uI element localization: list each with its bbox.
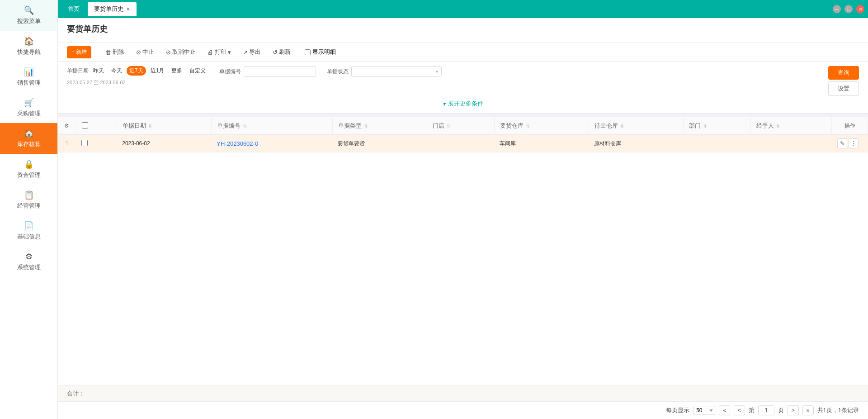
show-detail-checkbox[interactable] [305,49,311,55]
stop-button[interactable]: ⊘ 中止 [132,46,159,58]
sidebar-item-finance-mgmt[interactable]: 🔒 资金管理 [0,154,57,185]
filter-bar: 单据日期 昨天 今天 近7天 近1月 更多 自定义 2023-05-27 至 2… [58,62,868,114]
query-button[interactable]: 查询 [828,66,859,80]
col-store-sort-icon[interactable]: ⇅ [447,124,450,129]
window-controls: ─ □ ✕ [833,5,864,13]
tab-requisition-history[interactable]: 要货单历史 ✕ [88,2,137,16]
row-edit-button[interactable]: ✎ [837,138,847,148]
cell-checkbox[interactable] [76,135,117,152]
page-label: 第 [749,406,755,414]
col-doc-no-label: 单据编号 [217,122,241,129]
export-label: 导出 [249,48,261,56]
summary-label: 合计： [67,390,85,397]
doc-no-input[interactable] [244,66,316,77]
prev-page-button[interactable]: < [734,405,745,415]
page-content: 要货单历史 + 新增 🗑 删除 ⊘ 中止 ⊘ 取消中止 🖨 打印 ▾ [58,18,868,419]
print-button[interactable]: 🖨 打印 ▾ [203,46,236,58]
col-doc-type-sort-icon[interactable]: ⇅ [364,124,368,129]
close-button[interactable]: ✕ [856,5,864,13]
doc-status-input[interactable] [351,66,442,77]
col-dept-sort-icon[interactable]: ⇅ [703,124,707,129]
col-req-warehouse-label: 要货仓库 [500,122,524,129]
sidebar-item-basic-info[interactable]: 📄 基础信息 [0,215,57,246]
sidebar-item-ops-mgmt[interactable]: 📋 经营管理 [0,185,57,215]
maximize-button[interactable]: □ [844,5,853,13]
col-req-warehouse-sort-icon[interactable]: ⇅ [526,124,529,129]
settings-button[interactable]: 设置 [828,81,859,96]
sidebar-item-inventory[interactable]: 🏠 库存核算 [0,123,57,154]
expand-more-label: 展开更多条件 [448,100,483,108]
new-button[interactable]: + 新增 [67,46,91,58]
last-page-button[interactable]: » [802,405,814,415]
doc-no-label: 单据编号 [219,68,241,76]
doc-no-link[interactable]: YH-20230602-0 [217,140,258,147]
show-detail-toggle[interactable]: 显示明细 [305,48,336,56]
tab-close-icon[interactable]: ✕ [126,6,130,12]
col-pending-warehouse-sort-icon[interactable]: ⇅ [620,124,624,129]
main-area: 首页 要货单历史 ✕ ─ □ ✕ 要货单历史 + 新增 🗑 删除 ⊘ [58,0,868,419]
col-checkbox[interactable] [76,117,117,135]
print-dropdown-icon: ▾ [228,49,231,56]
pagination: 每页显示 10 20 50 100 « < 第 页 > » 共1页，1条记录 [58,401,868,419]
page-header: 要货单历史 [58,18,868,43]
next-page-button[interactable]: > [788,405,799,415]
sidebar-item-search-menu[interactable]: 🔍 搜索菜单 [0,0,57,31]
row-checkbox[interactable] [81,140,88,146]
sidebar-item-label: 采购管理 [17,110,41,118]
sidebar-item-quick-nav[interactable]: 🏠 快捷导航 [0,31,57,62]
cancel-stop-icon: ⊘ [166,49,171,56]
refresh-button[interactable]: ↺ 刷新 [268,46,295,58]
search-menu-icon: 🔍 [24,5,34,15]
page-size-select[interactable]: 10 20 50 100 [693,406,715,415]
toolbar-separator-2 [300,48,300,57]
tab-home[interactable]: 首页 [61,2,86,16]
col-store: 门店 ⇅ [427,117,494,135]
refresh-icon: ↺ [273,49,278,56]
page-suffix: 页 [778,406,784,414]
doc-no-filter-group: 单据编号 [219,66,316,77]
delete-button[interactable]: 🗑 删除 [101,46,129,58]
col-handler-sort-icon[interactable]: ⇅ [776,124,780,129]
print-icon: 🖨 [208,49,213,56]
date-btn-custom[interactable]: 自定义 [187,66,208,76]
sidebar-item-purchase-mgmt[interactable]: 🛒 采购管理 [0,92,57,123]
tab-home-label: 首页 [68,5,80,13]
col-settings[interactable]: ⚙ [58,117,76,135]
first-page-button[interactable]: « [719,405,730,415]
basic-info-icon: 📄 [24,221,34,231]
date-btn-more[interactable]: 更多 [169,66,185,76]
minimize-button[interactable]: ─ [833,5,841,13]
export-button[interactable]: ↗ 导出 [238,46,265,58]
select-all-checkbox[interactable] [82,122,88,129]
sidebar-item-label: 资金管理 [17,171,41,179]
table-row: 1 2023-06-02 YH-20230602-0 要货单要货 车间库 原材料… [58,135,868,152]
cell-doc-date: 2023-06-02 [117,135,211,152]
cancel-stop-button[interactable]: ⊘ 取消中止 [161,46,200,58]
inventory-icon: 🏠 [24,129,34,138]
page-number-input[interactable] [758,405,774,415]
table-footer: 合计： [58,386,868,401]
date-btn-1month[interactable]: 近1月 [148,66,167,76]
sidebar-item-sys-mgmt[interactable]: ⚙ 系统管理 [0,246,57,277]
expand-more-btn[interactable]: ▾ 展开更多条件 [439,98,487,110]
sidebar-item-label: 快捷导航 [17,48,41,56]
col-doc-type: 单据类型 ⇅ [332,117,427,135]
col-handler: 经手人 ⇅ [750,117,831,135]
col-doc-date-sort-icon[interactable]: ⇅ [148,124,152,129]
sidebar-item-sales-mgmt[interactable]: 📊 销售管理 [0,62,57,92]
col-doc-no-sort-icon[interactable]: ⇅ [243,124,246,129]
toolbar: + 新增 🗑 删除 ⊘ 中止 ⊘ 取消中止 🖨 打印 ▾ ↗ 导出 [58,43,868,62]
cell-doc-no: YH-20230602-0 [211,135,332,152]
stop-icon: ⊘ [136,49,141,56]
doc-status-label: 单据状态 [327,68,349,76]
row-more-button[interactable]: ⋮ [849,138,859,148]
date-btn-7days[interactable]: 近7天 [127,66,146,76]
date-btn-today[interactable]: 今天 [108,66,125,76]
cell-ops: ✎ ⋮ [832,135,868,152]
data-table: ⚙ 单据日期 ⇅ 单据编号 ⇅ 单据类型 ⇅ [58,117,868,152]
sidebar-item-label: 系统管理 [17,263,41,271]
col-handler-label: 经手人 [756,122,774,129]
delete-icon: 🗑 [105,49,111,56]
date-btn-yesterday[interactable]: 昨天 [90,66,107,76]
purchase-icon: 🛒 [24,98,34,108]
